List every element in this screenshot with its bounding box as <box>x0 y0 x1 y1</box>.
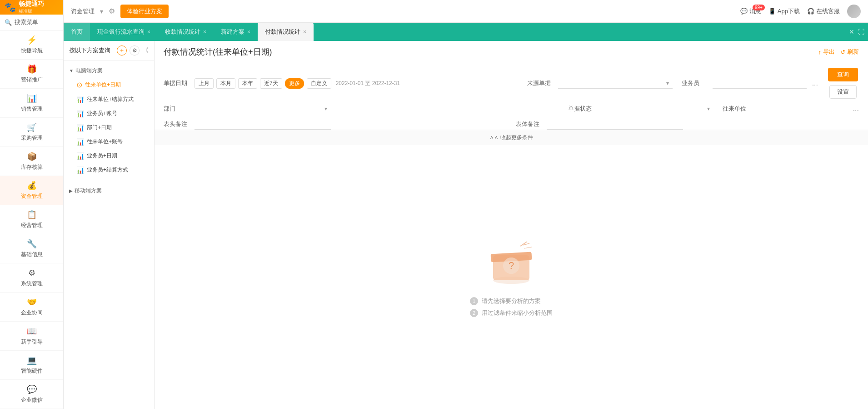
partner-date-icon: ⊙ <box>76 81 82 89</box>
svg-line-5 <box>520 242 527 246</box>
partner-dots[interactable]: ... <box>853 105 859 113</box>
scheme-collapse-btn[interactable]: 《 <box>142 46 149 55</box>
search-icon: 🔍 <box>5 19 12 26</box>
refresh-btn[interactable]: ↺ 刷新 <box>840 48 859 56</box>
scheme-item-partner-account[interactable]: 📊 往来单位+账号 <box>64 135 154 149</box>
dept-select[interactable]: ▾ <box>195 104 331 114</box>
topbar-settings-icon[interactable]: ⚙ <box>109 7 115 15</box>
sidebar-item-inventory[interactable]: 📦 库存核算 <box>0 147 63 176</box>
sidebar-item-system[interactable]: ⚙ 系统管理 <box>0 263 63 293</box>
body-note-label: 表体备注 <box>516 120 543 128</box>
close-window-btn[interactable]: ✕ <box>849 28 854 35</box>
sidebar-item-business[interactable]: 📋 经营管理 <box>0 205 63 234</box>
sidebar-item-capital[interactable]: 💰 资金管理 <box>0 176 63 205</box>
sidebar-item-guide[interactable]: 📖 新手引导 <box>0 322 63 351</box>
doc-status-select[interactable]: ▾ <box>599 104 713 114</box>
trial-btn[interactable]: 体验行业方案 <box>120 5 169 18</box>
sidebar-item-purchase[interactable]: 🛒 采购管理 <box>0 118 63 147</box>
maximize-window-btn[interactable]: ⛶ <box>858 28 864 35</box>
scheme-desktop-section: ▼ 电脑端方案 ⊙ 往来单位+日期 📊 往来单位+结算方式 📊 业务员+账号 📊 <box>64 61 154 181</box>
scheme-mobile-title[interactable]: ▶ 移动端方案 <box>64 184 154 197</box>
salesperson-account-icon: 📊 <box>76 110 84 117</box>
enterprise-icon: 🤝 <box>27 297 37 307</box>
salesperson-date-icon: 📊 <box>76 152 84 160</box>
notification-badge: 99+ <box>753 5 765 10</box>
marketing-icon: 🎁 <box>27 64 37 74</box>
tab-home[interactable]: 首页 <box>64 23 90 41</box>
desktop-arrow-icon: ▼ <box>69 68 74 73</box>
tab-payment-stat-label: 付款情况统计 <box>265 28 300 36</box>
topbar-right: 💬 消息 99+ 📱 App下载 🎧 在线客服 <box>740 5 861 18</box>
sidebar-item-marketing[interactable]: 🎁 营销推广 <box>0 60 63 89</box>
scheme-item-salesperson-payment[interactable]: 📊 业务员+结算方式 <box>64 163 154 177</box>
sidebar-item-label: 经营管理 <box>21 222 43 229</box>
sidebar-item-label: 企业协同 <box>21 309 43 317</box>
sidebar-item-sales[interactable]: 📊 销售管理 <box>0 89 63 118</box>
export-btn[interactable]: ↑ 导出 <box>818 48 835 56</box>
tab-bank-flow-close[interactable]: × <box>147 29 150 35</box>
collapse-more-label: 收起更多条件 <box>500 134 533 141</box>
date-btn-last-7[interactable]: 近7天 <box>260 78 282 89</box>
tab-new-plan-close[interactable]: × <box>247 29 250 35</box>
date-btn-last-month[interactable]: 上月 <box>195 78 214 89</box>
partner-input[interactable] <box>753 103 848 114</box>
svg-line-7 <box>524 247 532 248</box>
tab-receipts-stat-close[interactable]: × <box>203 29 206 35</box>
tab-payment-stat[interactable]: 付款情况统计 × <box>258 23 314 41</box>
avatar[interactable] <box>847 5 861 18</box>
scheme-settings-btn[interactable]: ⚙ <box>130 45 140 56</box>
online-service-area[interactable]: 🎧 在线客服 <box>807 7 840 15</box>
notification-area[interactable]: 💬 消息 99+ <box>740 7 761 15</box>
page-area: 按以下方案查询 + ⚙ 《 ▼ 电脑端方案 ⊙ 往来单位+日期 📊 <box>64 41 868 409</box>
export-label: 导出 <box>823 48 835 56</box>
source-doc-select[interactable]: ▾ <box>558 78 673 89</box>
sidebar-item-label: 企业微信 <box>21 396 43 404</box>
date-btn-custom[interactable]: 自定义 <box>307 78 331 89</box>
scheme-item-partner-payment[interactable]: 📊 往来单位+结算方式 <box>64 92 154 106</box>
search-menu[interactable]: 🔍 搜索菜单 <box>0 15 63 30</box>
topbar-dropdown-icon[interactable]: ▾ <box>100 8 103 15</box>
partner-group: 往来单位 ... <box>723 103 859 114</box>
date-btn-more[interactable]: 更多 <box>285 78 304 89</box>
filter-settings-btn[interactable]: 设置 <box>829 85 857 99</box>
scheme-item-partner-date[interactable]: ⊙ 往来单位+日期 <box>64 77 154 92</box>
dept-date-label: 部门+日期 <box>87 124 112 131</box>
app-download-area[interactable]: 📱 App下载 <box>768 7 800 15</box>
sidebar-item-label: 新手引导 <box>21 338 43 346</box>
sidebar-item-enterprise[interactable]: 🤝 企业协同 <box>0 293 63 322</box>
tab-receipts-stat[interactable]: 收款情况统计 × <box>158 23 214 41</box>
query-btn[interactable]: 查询 <box>828 68 858 81</box>
salesperson-dots[interactable]: ... <box>812 79 818 87</box>
sales-icon: 📊 <box>27 93 37 103</box>
scheme-item-salesperson-account[interactable]: 📊 业务员+账号 <box>64 106 154 121</box>
tab-new-plan[interactable]: 新建方案 × <box>214 23 258 41</box>
svg-text:?: ? <box>509 260 514 271</box>
sidebar-item-quick-nav[interactable]: ⚡ 快捷导航 <box>0 30 63 60</box>
body-note-input[interactable] <box>547 119 683 130</box>
tab-payment-stat-close[interactable]: × <box>303 29 306 35</box>
date-btn-this-year[interactable]: 本年 <box>238 78 257 89</box>
sidebar-item-basic[interactable]: 🔧 基础信息 <box>0 234 63 263</box>
mobile-title-label: 移动端方案 <box>75 187 102 195</box>
breadcrumb-text: 资金管理 <box>71 7 95 15</box>
scheme-item-dept-date[interactable]: 📊 部门+日期 <box>64 121 154 135</box>
salesperson-group: 业务员 ... <box>682 78 818 89</box>
sidebar-item-wechat[interactable]: 💬 企业微信 <box>0 380 63 409</box>
collapse-more-btn[interactable]: ∧∧ 收起更多条件 <box>155 130 868 145</box>
scheme-item-salesperson-date[interactable]: 📊 业务员+日期 <box>64 149 154 163</box>
tab-bank-flow[interactable]: 现金银行流水查询 × <box>90 23 158 41</box>
service-icon: 🎧 <box>807 8 814 15</box>
capital-icon: 💰 <box>27 181 37 191</box>
date-btn-this-month[interactable]: 本月 <box>216 78 235 89</box>
partner-account-icon: 📊 <box>76 138 84 146</box>
sidebar-item-label: 销售管理 <box>21 105 43 113</box>
salesperson-input[interactable] <box>713 78 807 89</box>
salesperson-payment-label: 业务员+结算方式 <box>87 166 128 174</box>
scheme-add-btn[interactable]: + <box>117 45 127 56</box>
partner-account-label: 往来单位+账号 <box>87 138 123 146</box>
sidebar-item-hardware[interactable]: 💻 智能硬件 <box>0 351 63 380</box>
header-note-input[interactable] <box>195 119 331 130</box>
filter-row-2: 部门 ▾ 单据状态 ▾ <box>164 103 859 114</box>
empty-hint-2: 2 用过滤条件来缩小分析范围 <box>470 309 553 317</box>
scheme-desktop-title[interactable]: ▼ 电脑端方案 <box>64 64 154 77</box>
